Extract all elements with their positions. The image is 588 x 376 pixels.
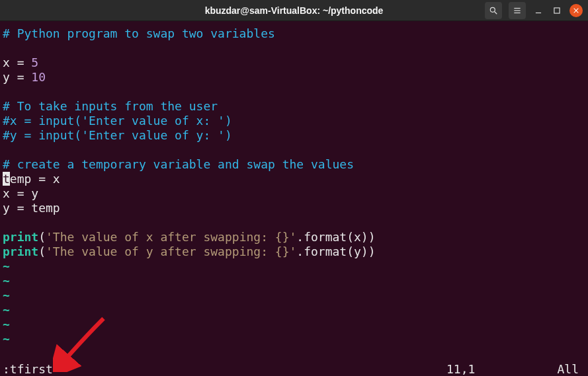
vim-command: :tfirst: [3, 362, 53, 376]
maximize-icon[interactable]: [551, 5, 563, 17]
vim-statusline: :tfirst 11,1 All: [0, 361, 588, 376]
code-line: y =: [3, 70, 31, 84]
code-line: emp = x: [10, 172, 60, 186]
code-string: 'The value of y after swapping: {}': [46, 244, 296, 258]
search-icon[interactable]: [485, 2, 502, 19]
titlebar: kbuzdar@sam-VirtualBox: ~/pythoncode: [0, 0, 588, 21]
code-punct: (: [38, 230, 46, 244]
code-line: x =: [3, 56, 31, 69]
close-icon[interactable]: [569, 4, 583, 17]
svg-line-1: [495, 11, 497, 14]
minimize-icon[interactable]: [532, 5, 544, 17]
code-line: # create a temporary variable and swap t…: [3, 157, 354, 171]
code-line: # Python program to swap two variables: [3, 26, 275, 40]
code-line: .format(x)): [296, 230, 375, 244]
svg-point-0: [490, 7, 495, 12]
code-keyword: print: [3, 230, 38, 244]
code-line: #y = input('Enter value of y: '): [3, 128, 232, 142]
code-string: 'The value of x after swapping: {}': [46, 230, 296, 244]
code-line: #x = input('Enter value of x: '): [3, 114, 232, 128]
titlebar-controls: [485, 2, 588, 19]
svg-rect-6: [554, 7, 560, 13]
window-title: kbuzdar@sam-VirtualBox: ~/pythoncode: [205, 5, 384, 16]
vim-tilde: ~: [3, 332, 10, 346]
scroll-percent: All: [546, 362, 585, 376]
code-punct: (: [38, 244, 46, 258]
editor-content: # Python program to swap two variables x…: [0, 21, 588, 346]
code-literal: 5: [31, 56, 38, 69]
vim-tilde: ~: [3, 303, 10, 317]
cursor: t: [3, 172, 10, 186]
vim-tilde: ~: [3, 259, 10, 273]
vim-tilde: ~: [3, 317, 10, 331]
vim-tilde: ~: [3, 288, 10, 302]
cursor-position: 11,1: [446, 362, 546, 376]
code-keyword: print: [3, 244, 38, 258]
code-line: .format(y)): [296, 244, 375, 258]
code-literal: 10: [31, 70, 46, 84]
menu-icon[interactable]: [509, 2, 526, 19]
vim-tilde: ~: [3, 274, 10, 287]
code-line: y = temp: [3, 201, 60, 215]
code-line: # To take inputs from the user: [3, 99, 218, 113]
code-line: x = y: [3, 186, 38, 200]
terminal-viewport[interactable]: # Python program to swap two variables x…: [0, 21, 588, 376]
